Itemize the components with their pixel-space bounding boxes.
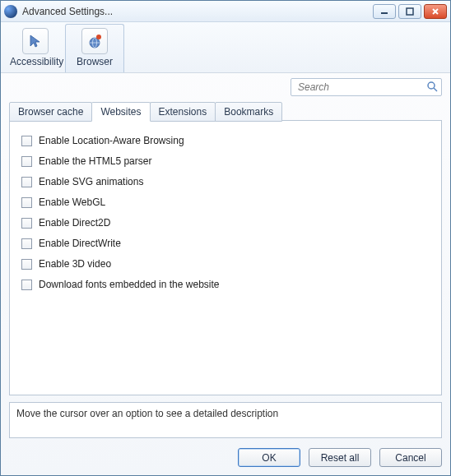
reset-all-button[interactable]: Reset all [309, 448, 371, 467]
option-label: Enable WebGL [39, 196, 105, 208]
option-svg-animations[interactable]: Enable SVG animations [21, 176, 430, 187]
option-label: Enable SVG animations [39, 176, 143, 187]
options-pane: Enable Location-Aware Browsing Enable th… [9, 120, 442, 395]
app-icon [4, 5, 17, 18]
svg-line-9 [434, 88, 437, 91]
option-3d-video[interactable]: Enable 3D video [21, 258, 430, 270]
option-direct2d[interactable]: Enable Direct2D [21, 217, 430, 229]
tab-websites[interactable]: Websites [91, 102, 150, 122]
checkbox[interactable] [21, 259, 32, 270]
ribbon-accessibility-label: Accessibility [10, 56, 61, 67]
search-box[interactable] [291, 78, 442, 96]
tab-bookmarks[interactable]: Bookmarks [215, 102, 282, 122]
tab-extensions[interactable]: Extensions [150, 102, 216, 122]
description-box: Move the cursor over an option to see a … [9, 402, 442, 438]
close-button[interactable] [424, 4, 447, 19]
cursor-icon [22, 28, 49, 54]
window-controls [373, 4, 447, 19]
checkbox[interactable] [21, 197, 32, 208]
tab-browser-cache[interactable]: Browser cache [9, 102, 92, 122]
maximize-button[interactable] [398, 4, 421, 19]
globe-icon [81, 28, 108, 54]
option-location-aware[interactable]: Enable Location-Aware Browsing [21, 135, 430, 146]
cancel-button[interactable]: Cancel [379, 448, 442, 467]
option-label: Enable Location-Aware Browsing [39, 135, 184, 146]
search-icon [426, 81, 438, 95]
checkbox[interactable] [21, 177, 32, 187]
checkbox[interactable] [21, 156, 32, 167]
option-label: Enable the HTML5 parser [39, 155, 151, 167]
ribbon-accessibility[interactable]: Accessibility [6, 24, 65, 72]
svg-rect-1 [407, 8, 413, 15]
svg-point-8 [428, 82, 435, 89]
checkbox[interactable] [21, 136, 32, 146]
checkbox[interactable] [21, 238, 32, 249]
option-download-fonts[interactable]: Download fonts embedded in the website [21, 279, 430, 290]
ribbon-browser[interactable]: Browser [65, 24, 124, 72]
button-row: OK Reset all Cancel [9, 438, 442, 467]
option-webgl[interactable]: Enable WebGL [21, 196, 430, 208]
minimize-icon [380, 7, 388, 16]
option-label: Enable 3D video [39, 258, 111, 270]
ribbon-browser-label: Browser [69, 56, 120, 67]
minimize-button[interactable] [373, 4, 396, 19]
option-label: Download fonts embedded in the website [39, 279, 219, 290]
option-directwrite[interactable]: Enable DirectWrite [21, 238, 430, 249]
ok-button[interactable]: OK [238, 448, 300, 467]
checkbox[interactable] [21, 218, 32, 229]
content-area: Browser cache Websites Extensions Bookma… [1, 73, 450, 475]
search-input[interactable] [296, 81, 426, 94]
close-icon [431, 7, 439, 16]
settings-window: Advanced Settings... Accessibility [0, 0, 451, 476]
search-row [9, 78, 442, 96]
ribbon: Accessibility Browser [1, 22, 450, 73]
tab-bar: Browser cache Websites Extensions Bookma… [9, 101, 442, 121]
titlebar: Advanced Settings... [1, 1, 450, 22]
option-label: Enable DirectWrite [39, 238, 121, 249]
window-title: Advanced Settings... [22, 6, 373, 17]
option-html5-parser[interactable]: Enable the HTML5 parser [21, 155, 430, 167]
checkbox[interactable] [21, 280, 32, 290]
svg-point-7 [96, 35, 101, 39]
maximize-icon [406, 7, 414, 16]
option-label: Enable Direct2D [39, 217, 110, 229]
